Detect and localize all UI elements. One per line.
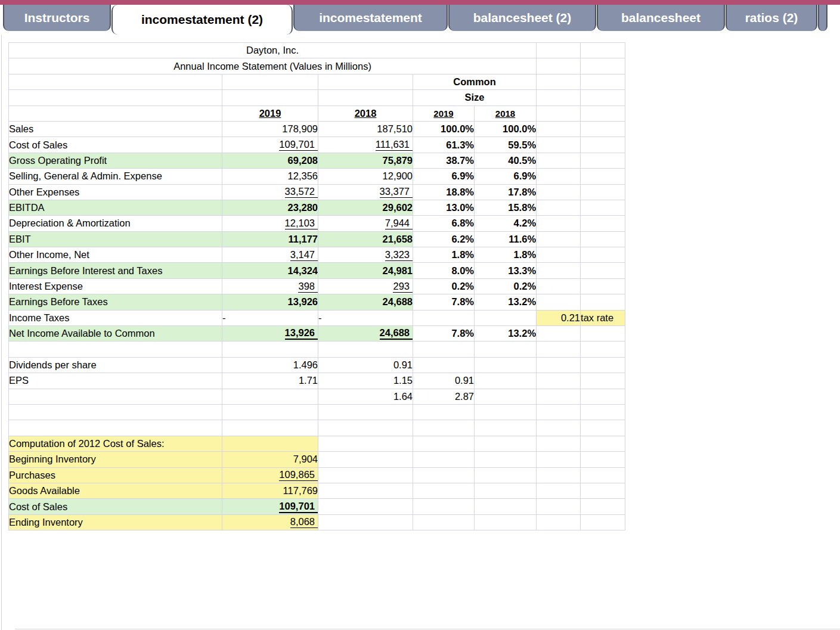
row-label-cell[interactable]: Income Taxes: [9, 310, 222, 325]
cell[interactable]: [581, 294, 625, 310]
cell[interactable]: [581, 499, 625, 514]
row-label-cell[interactable]: Purchases: [9, 467, 222, 483]
cell[interactable]: [537, 216, 581, 231]
row-label-cell[interactable]: Other Expenses: [9, 184, 222, 200]
cell[interactable]: [581, 58, 625, 74]
cell[interactable]: [581, 342, 625, 357]
row-label-cell[interactable]: [9, 420, 222, 436]
value-2019-cell[interactable]: 14,324: [222, 263, 318, 278]
value-2018-cell[interactable]: [318, 420, 413, 436]
cell[interactable]: [581, 514, 625, 530]
cell[interactable]: [581, 216, 625, 231]
row-label-cell[interactable]: Goods Available: [9, 483, 222, 498]
row-label-cell[interactable]: EPS: [9, 373, 222, 389]
common-size-2018-cell[interactable]: [475, 420, 537, 436]
cell[interactable]: [581, 137, 625, 153]
cell[interactable]: [537, 278, 581, 294]
row-label-cell[interactable]: Sales: [9, 121, 222, 136]
cell[interactable]: [581, 373, 625, 389]
cell[interactable]: [537, 121, 581, 136]
common-size-2019-cell[interactable]: 61.3%: [413, 137, 475, 153]
common-size-2018-cell[interactable]: [475, 310, 537, 325]
common-size-2019-cell[interactable]: 0.91: [413, 373, 475, 389]
value-2018-cell[interactable]: 293: [318, 278, 413, 294]
cell[interactable]: [581, 357, 625, 373]
value-2018-cell[interactable]: 24,688: [318, 294, 413, 310]
value-2019-cell[interactable]: 1.496: [222, 357, 318, 373]
value-2018-cell[interactable]: [318, 436, 413, 451]
cell[interactable]: [581, 231, 625, 247]
value-2018-cell[interactable]: 187,510: [318, 121, 413, 136]
value-2018-cell[interactable]: 21,658: [318, 231, 413, 247]
common-size-2019-cell[interactable]: [413, 404, 475, 420]
cell[interactable]: [581, 452, 625, 467]
common-size-2019-cell[interactable]: 2.87: [413, 389, 475, 404]
common-size-2018-cell[interactable]: [475, 404, 537, 420]
common-size-2018-cell[interactable]: 11.6%: [475, 231, 537, 247]
cell[interactable]: [581, 467, 625, 483]
cell[interactable]: [537, 74, 581, 89]
cell[interactable]: [537, 184, 581, 200]
common-size-2018-cell[interactable]: [475, 514, 537, 530]
common-size-2018-cell[interactable]: 100.0%: [475, 121, 537, 136]
cell[interactable]: [222, 74, 318, 89]
value-2019-cell[interactable]: 109,701: [222, 137, 318, 153]
cell[interactable]: [9, 105, 222, 121]
cell[interactable]: [537, 499, 581, 514]
value-2018-cell[interactable]: [318, 452, 413, 467]
common-size-header-cell[interactable]: Size: [413, 90, 537, 105]
value-2019-cell[interactable]: 12,103: [222, 216, 318, 231]
cell[interactable]: [537, 389, 581, 404]
common-size-2018-cell[interactable]: 13.2%: [475, 326, 537, 342]
cell[interactable]: [581, 105, 625, 121]
value-2019-cell[interactable]: 33,572: [222, 184, 318, 200]
row-label-cell[interactable]: Earnings Before Interest and Taxes: [9, 263, 222, 278]
row-label-cell[interactable]: Cost of Sales: [9, 137, 222, 153]
common-size-2018-cell[interactable]: 17.8%: [475, 184, 537, 200]
row-label-cell[interactable]: Dividends per share: [9, 357, 222, 373]
common-size-2019-cell[interactable]: 18.8%: [413, 184, 475, 200]
value-2019-cell[interactable]: 69,208: [222, 153, 318, 168]
cell[interactable]: [581, 90, 625, 105]
value-2018-cell[interactable]: [318, 499, 413, 514]
cell[interactable]: [537, 231, 581, 247]
common-size-2018-cell[interactable]: [475, 357, 537, 373]
tab-partial[interactable]: [818, 5, 827, 31]
common-size-2018-cell[interactable]: 59.5%: [475, 137, 537, 153]
row-label-cell[interactable]: [9, 389, 222, 404]
row-label-cell[interactable]: [9, 404, 222, 420]
common-size-2018-cell[interactable]: 13.2%: [475, 294, 537, 310]
cell[interactable]: [581, 483, 625, 498]
common-size-2019-cell[interactable]: [413, 310, 475, 325]
cell[interactable]: [537, 436, 581, 451]
common-size-2019-cell[interactable]: [413, 342, 475, 357]
row-label-cell[interactable]: Net Income Available to Common: [9, 326, 222, 342]
row-label-cell[interactable]: Interest Expense: [9, 278, 222, 294]
row-label-cell[interactable]: Depreciation & Amortization: [9, 216, 222, 231]
value-2018-cell[interactable]: 111,631: [318, 137, 413, 153]
common-size-2019-cell[interactable]: [413, 452, 475, 467]
common-size-2018-cell[interactable]: [475, 373, 537, 389]
common-size-2018-cell[interactable]: 0.2%: [475, 278, 537, 294]
value-2019-cell[interactable]: [222, 404, 318, 420]
value-2018-cell[interactable]: 33,377: [318, 184, 413, 200]
common-size-2019-cell[interactable]: [413, 514, 475, 530]
common-size-2019-cell[interactable]: 7.8%: [413, 294, 475, 310]
common-size-2019-cell[interactable]: [413, 499, 475, 514]
value-2019-cell[interactable]: 8,068: [222, 514, 318, 530]
sheet-title-cell[interactable]: Dayton, Inc.: [9, 43, 537, 58]
tab-ratios-2[interactable]: ratios (2): [726, 5, 817, 31]
row-label-cell[interactable]: Other Income, Net: [9, 247, 222, 263]
row-label-cell[interactable]: Earnings Before Taxes: [9, 294, 222, 310]
row-label-cell[interactable]: Gross Operating Profit: [9, 153, 222, 168]
common-size-2018-cell[interactable]: 4.2%: [475, 216, 537, 231]
tab-instructors[interactable]: Instructors: [3, 5, 111, 31]
cell[interactable]: [537, 43, 581, 58]
row-label-cell[interactable]: EBITDA: [9, 200, 222, 215]
common-size-2019-cell[interactable]: 6.2%: [413, 231, 475, 247]
cell[interactable]: [537, 90, 581, 105]
cell[interactable]: [537, 514, 581, 530]
common-size-2018-cell[interactable]: 40.5%: [475, 153, 537, 168]
common-size-2018-cell[interactable]: [475, 452, 537, 467]
cell[interactable]: [9, 90, 222, 105]
